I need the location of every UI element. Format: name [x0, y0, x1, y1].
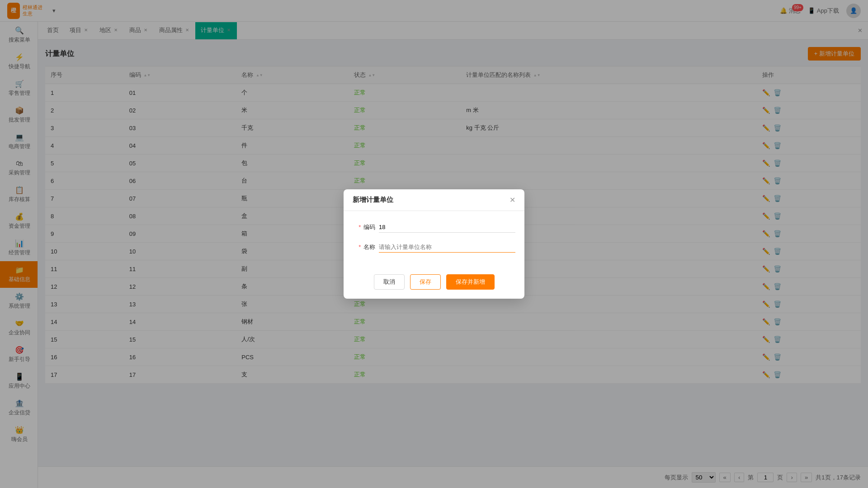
save-button[interactable]: 保存 [410, 274, 441, 290]
modal-body: * 编码 * 名称 [344, 211, 524, 269]
code-input[interactable] [379, 222, 515, 233]
name-label: * 名称 [353, 243, 375, 251]
modal-footer: 取消 保存 保存并新增 [344, 269, 524, 299]
save-and-new-button[interactable]: 保存并新增 [446, 274, 495, 290]
name-input[interactable] [379, 242, 515, 253]
modal-header: 新增计量单位 ✕ [344, 189, 524, 211]
required-star: * [359, 244, 361, 250]
modal-overlay: 新增计量单位 ✕ * 编码 * 名称 取消 保存 保存并新增 [0, 0, 868, 488]
modal-title: 新增计量单位 [353, 196, 393, 204]
add-unit-modal: 新增计量单位 ✕ * 编码 * 名称 取消 保存 保存并新增 [344, 189, 524, 299]
required-star: * [359, 224, 361, 230]
code-form-row: * 编码 [353, 222, 515, 233]
cancel-button[interactable]: 取消 [374, 274, 405, 290]
name-form-row: * 名称 [353, 242, 515, 253]
code-label: * 编码 [353, 223, 375, 231]
modal-close-button[interactable]: ✕ [509, 196, 515, 204]
